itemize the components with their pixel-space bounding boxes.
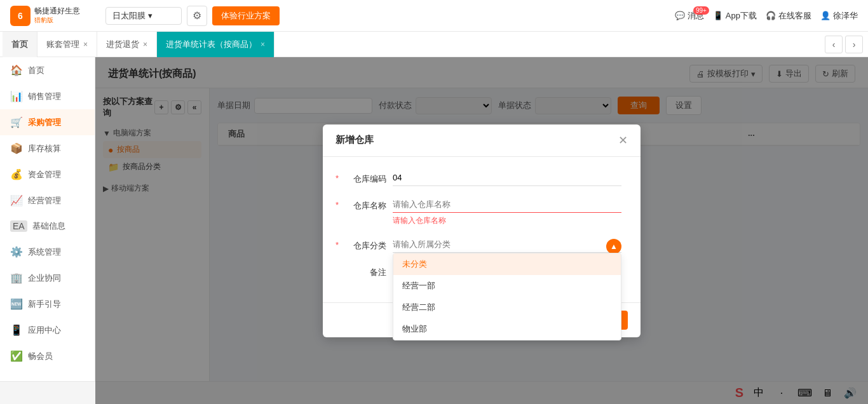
tab-purchase-return[interactable]: 进货退货 ×	[97, 32, 157, 57]
tab-purchase-stats[interactable]: 进货单统计表（按商品） ×	[157, 32, 275, 57]
online-service-button[interactable]: 🎧 在线客服	[766, 10, 811, 22]
sidebar-home-label: 首页	[28, 65, 44, 76]
sidebar-guide-label: 新手引导	[28, 299, 61, 310]
member-icon: ✅	[10, 350, 23, 362]
sidebar-item-guide[interactable]: 🆕 新手引导	[0, 291, 95, 317]
tab-home[interactable]: 首页	[3, 32, 37, 57]
category-control: ▲ 未分类 经营一部 经营二部 物业部	[393, 236, 621, 253]
tab-accounts[interactable]: 账套管理 ×	[37, 32, 97, 57]
dialog-header: 新增仓库 ✕	[323, 125, 641, 157]
sidebar-item-inventory[interactable]: 📦 库存核算	[0, 135, 95, 161]
tab-next-button[interactable]: ›	[845, 36, 863, 53]
sidebar-operations-label: 经营管理	[28, 195, 61, 206]
remark-label: 备注	[342, 263, 386, 278]
sidebar-item-home[interactable]: 🏠 首页	[0, 57, 95, 83]
basics-icon: EA	[10, 220, 27, 232]
top-header: 6 畅捷通好生意 猎豹版 日太阳膜 ▾ ⚙ 体验行业方案 💬 消息 99+ 📱 …	[0, 0, 868, 32]
settings-button[interactable]: ⚙	[187, 6, 207, 26]
code-input[interactable]	[393, 170, 621, 186]
form-row-code: 仓库编码	[342, 170, 621, 186]
sidebar-item-member[interactable]: ✅ 畅会员	[0, 343, 95, 369]
form-row-name: 仓库名称 请输入仓库名称	[342, 196, 621, 226]
tab-right-controls: ‹ ›	[825, 36, 868, 53]
dropdown-option-ops1[interactable]: 经营一部	[393, 275, 621, 297]
purchase-return-tab-label: 进货退货	[106, 39, 139, 50]
code-control	[393, 170, 621, 186]
name-control: 请输入仓库名称	[393, 196, 621, 226]
app-download-label: App下载	[726, 10, 757, 22]
name-label: 仓库名称	[342, 196, 386, 212]
finance-icon: 💰	[10, 168, 23, 180]
category-toggle-button[interactable]: ▲	[606, 239, 621, 254]
notification-icon: 💬	[675, 11, 685, 20]
sidebar-item-system[interactable]: ⚙️ 系统管理	[0, 239, 95, 265]
dropdown-option-ops2[interactable]: 经营二部	[393, 297, 621, 318]
logo-main-text: 畅捷通好生意	[34, 6, 80, 17]
try-industry-button[interactable]: 体验行业方案	[212, 6, 280, 25]
appstore-icon: 📱	[10, 324, 23, 336]
sidebar-member-label: 畅会员	[28, 351, 53, 362]
dialog-body: 仓库编码 仓库名称 请输入仓库名称	[323, 157, 641, 302]
logo-text-area: 畅捷通好生意 猎豹版	[34, 6, 80, 25]
sidebar-sales-label: 销售管理	[28, 91, 61, 102]
header-right: 💬 消息 99+ 📱 App下载 🎧 在线客服 👤 徐泽华	[675, 10, 858, 22]
new-warehouse-dialog: 新增仓库 ✕ 仓库编码 仓库名称	[323, 125, 641, 337]
sidebar-finance-label: 资金管理	[28, 169, 61, 180]
category-label: 仓库分类	[342, 236, 386, 252]
store-name: 日太阳膜	[112, 10, 146, 22]
sidebar-item-purchase[interactable]: 🛒 采购管理	[0, 109, 95, 135]
home-tab-label: 首页	[11, 39, 28, 50]
sales-icon: 📊	[10, 90, 23, 102]
sidebar-item-operations[interactable]: 📈 经营管理	[0, 187, 95, 213]
home-icon: 🏠	[10, 64, 23, 76]
sidebar-item-enterprise[interactable]: 🏢 企业协同	[0, 265, 95, 291]
online-service-label: 在线客服	[778, 10, 811, 22]
sidebar-item-sales[interactable]: 📊 销售管理	[0, 83, 95, 109]
dialog-title: 新增仓库	[336, 134, 374, 146]
main-layout: 🏠 首页 📊 销售管理 🛒 采购管理 📦 库存核算 💰 资金管理 📈 经营管理 …	[0, 57, 868, 404]
app-download-button[interactable]: 📱 App下载	[713, 10, 757, 22]
inventory-icon: 📦	[10, 142, 23, 154]
user-profile-button[interactable]: 👤 徐泽华	[820, 10, 858, 22]
tab-prev-button[interactable]: ‹	[825, 36, 843, 53]
sidebar-item-appstore[interactable]: 📱 应用中心	[0, 317, 95, 343]
sidebar-appstore-label: 应用中心	[28, 325, 61, 336]
purchase-stats-tab-close[interactable]: ×	[261, 40, 265, 49]
system-icon: ⚙️	[10, 246, 23, 258]
notification-button[interactable]: 💬 消息 99+	[675, 10, 704, 22]
purchase-return-tab-close[interactable]: ×	[143, 40, 147, 49]
sidebar-inventory-label: 库存核算	[28, 143, 61, 154]
gear-icon: ⚙	[193, 10, 201, 22]
sidebar-basics-label: 基础信息	[32, 220, 65, 232]
dropdown-option-uncategorized[interactable]: 未分类	[393, 253, 621, 275]
logo-sub-text: 猎豹版	[34, 16, 80, 25]
sidebar-item-finance[interactable]: 💰 资金管理	[0, 161, 95, 187]
logo-icon: 6	[10, 6, 31, 26]
sidebar-enterprise-label: 企业协同	[28, 273, 61, 284]
sidebar-purchase-label: 采购管理	[28, 117, 61, 128]
form-row-category: 仓库分类 ▲ 未分类 经营一部 经营二部 物业部	[342, 236, 621, 253]
dropdown-option-property[interactable]: 物业部	[393, 318, 621, 340]
purchase-icon: 🛒	[10, 116, 23, 128]
logo-area: 6 畅捷通好生意 猎豹版	[10, 6, 105, 26]
mobile-icon: 📱	[713, 11, 723, 20]
store-chevron-icon: ▾	[148, 11, 153, 20]
notification-badge: 99+	[693, 6, 709, 15]
name-input[interactable]	[393, 196, 621, 213]
enterprise-icon: 🏢	[10, 272, 23, 284]
code-label: 仓库编码	[342, 170, 386, 185]
avatar: 👤	[820, 11, 831, 20]
dialog-close-button[interactable]: ✕	[618, 133, 628, 147]
header-center: 日太阳膜 ▾ ⚙ 体验行业方案	[105, 6, 675, 26]
name-error-message: 请输入仓库名称	[393, 215, 621, 226]
category-input-wrap: ▲ 未分类 经营一部 经营二部 物业部	[393, 236, 621, 253]
store-selector[interactable]: 日太阳膜 ▾	[105, 7, 182, 25]
modal-overlay: 新增仓库 ✕ 仓库编码 仓库名称	[95, 57, 868, 404]
accounts-tab-label: 账套管理	[46, 39, 79, 50]
accounts-tab-close[interactable]: ×	[83, 40, 88, 49]
category-input[interactable]	[393, 236, 621, 253]
sidebar: 🏠 首页 📊 销售管理 🛒 采购管理 📦 库存核算 💰 资金管理 📈 经营管理 …	[0, 57, 95, 404]
sidebar-item-basics[interactable]: EA 基础信息	[0, 213, 95, 239]
content-area: 进货单统计(按商品) 🖨 按模板打印 ▾ ⬇ 导出 ↻ 刷新	[95, 57, 868, 404]
username: 徐泽华	[833, 10, 858, 22]
